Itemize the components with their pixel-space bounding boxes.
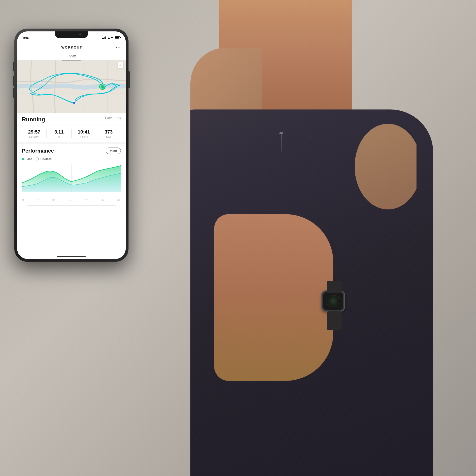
tab-today[interactable]: Today	[62, 52, 81, 60]
tabs-bar: Today	[17, 52, 126, 60]
stat-pace: 10:41 min/mi	[72, 129, 96, 138]
battery-icon	[115, 36, 120, 39]
activity-info: Running Paris, 18°C	[17, 113, 126, 125]
phone-wrapper: 9:41 ▲▼	[14, 29, 129, 262]
map-expand-button[interactable]: ⤢	[118, 62, 123, 68]
chart-legend: Pace Elevation	[22, 157, 121, 161]
stat-calories-label: kcal	[96, 135, 121, 138]
stat-calories: 373 kcal	[96, 129, 121, 138]
performance-chart	[22, 164, 121, 197]
status-icons: ▲▼	[102, 36, 120, 39]
phone-shell: 9:41 ▲▼	[14, 29, 129, 262]
chart-x-labels: 0 5' 10' 15' 20' 25' 30'	[22, 198, 121, 201]
app-content: WORKOUT ··· Today	[17, 42, 126, 259]
performance-header: Performance More	[22, 148, 121, 154]
stat-duration-label: Duration	[22, 135, 46, 138]
stat-distance: 3.11 mi	[47, 129, 71, 138]
svg-point-7	[73, 102, 76, 104]
home-indicator[interactable]	[57, 256, 86, 257]
x-label-5: 5'	[37, 199, 38, 201]
bottom-divider	[27, 205, 116, 206]
stats-row: 29:57 Duration 3.11 mi 10:41 min/mi 373 …	[17, 125, 126, 144]
x-label-10: 10'	[52, 199, 55, 201]
app-header: WORKOUT ···	[17, 42, 126, 52]
performance-title: Performance	[22, 148, 54, 154]
x-label-30: 30'	[117, 199, 120, 201]
performance-section: Performance More Pace Elevation	[17, 144, 126, 206]
person-background	[190, 0, 476, 476]
menu-dots-button[interactable]: ···	[116, 45, 121, 50]
legend-elevation: Elevation	[36, 157, 51, 161]
x-label-0: 0	[22, 199, 24, 201]
front-camera	[79, 33, 81, 36]
x-label-25: 25'	[101, 199, 104, 201]
activity-location: Paris, 18°C	[105, 116, 121, 120]
x-label-20: 20'	[85, 199, 88, 201]
expand-icon: ⤢	[119, 64, 122, 67]
phone-screen: 9:41 ▲▼	[17, 32, 126, 259]
stat-duration-value: 29:57	[22, 129, 46, 135]
stat-distance-label: mi	[47, 135, 71, 138]
stat-pace-value: 10:41	[72, 129, 96, 135]
activity-type: Running	[22, 116, 45, 123]
stat-calories-value: 373	[96, 129, 121, 135]
chart-area: 0 5' 10' 15' 20' 25' 30'	[22, 164, 121, 202]
stat-duration: 29:57 Duration	[22, 129, 47, 138]
map-area[interactable]: ⤢	[17, 60, 126, 113]
x-label-15: 15'	[68, 199, 71, 201]
wifi-icon: ▲▼	[107, 36, 114, 39]
more-button[interactable]: More	[106, 148, 121, 154]
app-title: WORKOUT	[28, 46, 116, 49]
legend-pace: Pace	[22, 157, 32, 161]
pace-legend-dot	[22, 158, 24, 160]
svg-point-9	[101, 85, 103, 88]
notch	[55, 32, 88, 38]
signal-icon	[102, 36, 106, 39]
map-svg	[17, 60, 126, 113]
stat-distance-value: 3.11	[47, 129, 71, 135]
elevation-legend-square	[36, 157, 38, 160]
stat-pace-label: min/mi	[72, 135, 96, 138]
status-time: 9:41	[23, 36, 30, 40]
